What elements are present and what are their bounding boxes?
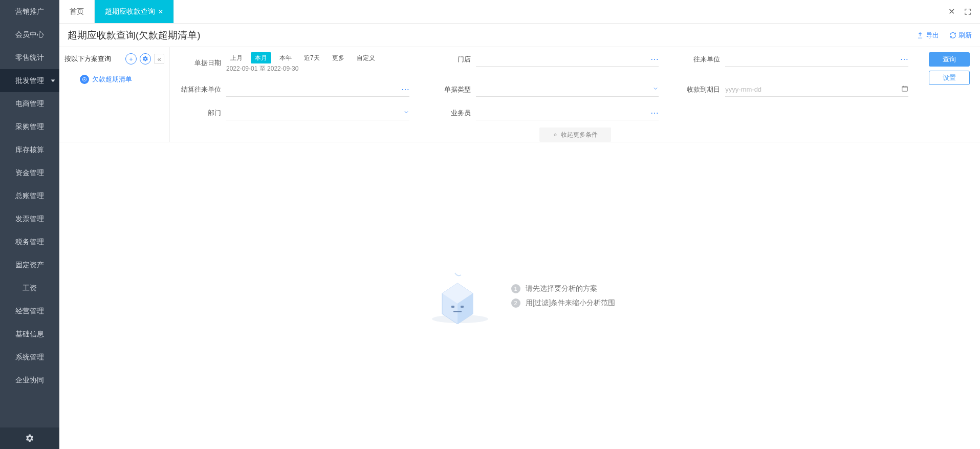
date-chip-this-month[interactable]: 本月 xyxy=(251,52,271,63)
sidebar-item-label: 批发管理 xyxy=(15,76,44,85)
step-number-icon: 1 xyxy=(511,284,520,293)
query-button[interactable]: 查询 xyxy=(929,52,970,67)
due-date-input[interactable] xyxy=(725,85,901,93)
sidebar-item-marketing[interactable]: 营销推广 xyxy=(0,0,59,23)
scheme-panel: 按以下方案查询 + « 欠款超期清单 xyxy=(59,47,170,142)
scheme-settings-button[interactable] xyxy=(140,53,151,65)
empty-illustration xyxy=(424,268,496,324)
more-icon: ⋯ xyxy=(401,84,409,94)
empty-steps: 1请先选择要分析的方案 2用[过滤]条件来缩小分析范围 xyxy=(511,279,616,313)
filter-label: 往来单位 xyxy=(679,55,720,64)
settings-label: 设置 xyxy=(943,73,956,82)
filter-salesperson: 业务员 ⋯ xyxy=(430,106,659,120)
export-button[interactable]: 导出 xyxy=(917,31,939,40)
date-chip-last-7-days[interactable]: 近7天 xyxy=(300,52,324,63)
refresh-button[interactable]: 刷新 xyxy=(949,31,972,40)
tab-label: 超期应收款查询 xyxy=(105,7,155,16)
sidebar-item-collab[interactable]: 企业协同 xyxy=(0,369,59,392)
tab-home[interactable]: 首页 xyxy=(59,0,95,23)
sidebar-item-label: 固定资产 xyxy=(15,261,44,270)
settings-button[interactable]: 设置 xyxy=(929,71,970,85)
more-icon: ⋯ xyxy=(900,54,908,64)
filter-label: 业务员 xyxy=(430,109,471,118)
close-icon[interactable]: ✕ xyxy=(158,8,163,15)
export-label: 导出 xyxy=(926,31,939,40)
empty-step-2: 2用[过滤]条件来缩小分析范围 xyxy=(511,298,616,308)
tab-close-button[interactable]: ✕ xyxy=(943,0,960,23)
doc-type-select[interactable] xyxy=(476,82,659,97)
sidebar-item-ecommerce[interactable]: 电商管理 xyxy=(0,92,59,115)
date-chip-last-month[interactable]: 上月 xyxy=(226,52,247,63)
sidebar-item-member[interactable]: 会员中心 xyxy=(0,23,59,46)
chevron-left-icon: « xyxy=(157,55,161,63)
date-range-text: 2022-09-01 至 2022-09-30 xyxy=(226,65,409,73)
sidebar-item-label: 工资 xyxy=(23,284,37,293)
collapse-conditions-button[interactable]: 收起更多条件 xyxy=(539,127,611,142)
scheme-item-overdue-list[interactable]: 欠款超期清单 xyxy=(64,72,164,87)
sidebar-item-label: 零售统计 xyxy=(15,53,44,62)
filter-settle-partner: 结算往来单位 ⋯ xyxy=(180,82,409,97)
step-text: 请先选择要分析的方案 xyxy=(526,284,597,293)
refresh-icon xyxy=(949,32,956,39)
date-chip-this-year[interactable]: 本年 xyxy=(275,52,296,63)
store-picker[interactable]: ⋯ xyxy=(476,52,659,67)
tab-label: 首页 xyxy=(70,7,84,16)
svg-rect-6 xyxy=(451,306,454,308)
filter-doc-type: 单据类型 xyxy=(430,82,659,97)
collapse-scheme-button[interactable]: « xyxy=(154,54,164,64)
sidebar-item-invoice[interactable]: 发票管理 xyxy=(0,207,59,230)
sidebar-item-salary[interactable]: 工资 xyxy=(0,276,59,300)
svg-rect-1 xyxy=(902,87,908,91)
filter-label: 收款到期日 xyxy=(679,85,720,94)
sidebar-item-tax[interactable]: 税务管理 xyxy=(0,230,59,253)
sidebar-item-label: 基础信息 xyxy=(15,330,44,339)
empty-state: 1请先选择要分析的方案 2用[过滤]条件来缩小分析范围 xyxy=(59,142,980,449)
salesperson-picker[interactable]: ⋯ xyxy=(476,106,659,120)
sidebar-item-label: 营销推广 xyxy=(15,7,44,16)
sidebar-item-operation[interactable]: 经营管理 xyxy=(0,300,59,323)
tab-overdue-receivable-query[interactable]: 超期应收款查询 ✕ xyxy=(95,0,174,23)
scheme-panel-title: 按以下方案查询 xyxy=(64,54,111,63)
sidebar-item-basic-info[interactable]: 基础信息 xyxy=(0,323,59,346)
scheme-item-label: 欠款超期清单 xyxy=(92,75,132,84)
sidebar-item-label: 发票管理 xyxy=(15,215,44,224)
add-scheme-button[interactable]: + xyxy=(125,53,137,65)
sidebar-item-label: 税务管理 xyxy=(15,238,44,247)
filter-department: 部门 xyxy=(180,106,409,120)
partner-picker[interactable]: ⋯ xyxy=(725,52,908,67)
sidebar-item-label: 资金管理 xyxy=(15,168,44,178)
filter-partner: 往来单位 ⋯ xyxy=(679,52,908,67)
sidebar-item-label: 会员中心 xyxy=(15,30,44,39)
sidebar-item-label: 电商管理 xyxy=(15,99,44,109)
settle-partner-picker[interactable]: ⋯ xyxy=(226,82,409,97)
scheme-badge-icon xyxy=(80,75,89,84)
filter-label: 单据类型 xyxy=(430,85,471,94)
chevron-down-icon xyxy=(652,85,659,93)
tabs-bar: 首页 超期应收款查询 ✕ ✕ xyxy=(59,0,980,24)
sidebar-item-retail-stats[interactable]: 零售统计 xyxy=(0,46,59,69)
sidebar-settings-button[interactable] xyxy=(0,427,59,449)
sidebar-item-fixed-assets[interactable]: 固定资产 xyxy=(0,253,59,276)
date-chip-custom[interactable]: 自定义 xyxy=(353,52,379,63)
filter-label: 部门 xyxy=(180,109,221,118)
fullscreen-button[interactable] xyxy=(960,0,976,23)
sidebar-item-ledger[interactable]: 总账管理 xyxy=(0,184,59,207)
department-select[interactable] xyxy=(226,106,409,120)
gear-icon xyxy=(142,56,148,62)
empty-step-1: 1请先选择要分析的方案 xyxy=(511,284,616,293)
plus-icon: + xyxy=(129,55,133,63)
sidebar-item-label: 库存核算 xyxy=(15,145,44,155)
work-area: 按以下方案查询 + « 欠款超期清单 单据日期 xyxy=(59,47,980,142)
sidebar-item-wholesale[interactable]: 批发管理 xyxy=(0,69,59,92)
sidebar-item-procurement[interactable]: 采购管理 xyxy=(0,115,59,138)
date-chip-more[interactable]: 更多 xyxy=(328,52,349,63)
sidebar-item-label: 企业协同 xyxy=(15,376,44,385)
sidebar-item-system[interactable]: 系统管理 xyxy=(0,346,59,369)
close-icon: ✕ xyxy=(948,7,955,16)
sidebar-scroll: 营销推广 会员中心 零售统计 批发管理 电商管理 采购管理 库存核算 资金管理 … xyxy=(0,0,59,427)
sidebar-item-inventory[interactable]: 库存核算 xyxy=(0,138,59,161)
sidebar-item-funds[interactable]: 资金管理 xyxy=(0,161,59,184)
sidebar-item-label: 系统管理 xyxy=(15,353,44,362)
calendar-icon[interactable] xyxy=(901,85,908,94)
filter-label: 单据日期 xyxy=(180,58,221,68)
